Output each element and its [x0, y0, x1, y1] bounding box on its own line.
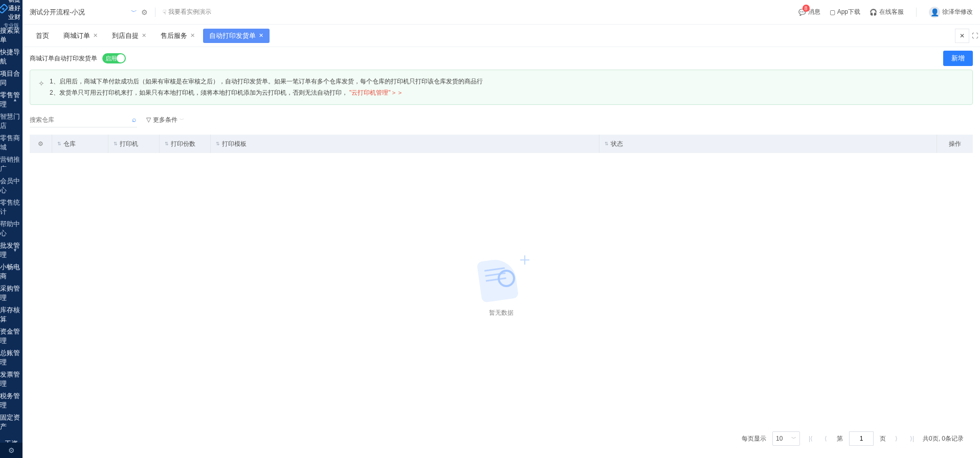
user-menu[interactable]: 👤 徐泽华修改: [929, 7, 973, 18]
sidebar-item-label: 资金管理: [0, 327, 23, 345]
sidebar-item-19[interactable]: 工资: [0, 433, 23, 443]
col-count[interactable]: ⇅打印份数: [160, 135, 211, 153]
add-button[interactable]: 新增: [943, 51, 973, 66]
tab-label: 自动打印发货单: [209, 31, 256, 40]
per-page-label: 每页显示: [742, 434, 766, 443]
phone-icon: ▢: [830, 9, 835, 16]
close-icon[interactable]: ✕: [259, 32, 263, 39]
sidebar-item-12[interactable]: 采购管理: [0, 282, 23, 304]
demo-link[interactable]: ☟ 我要看实例演示: [163, 8, 211, 16]
page-number-input[interactable]: [849, 431, 874, 446]
sidebar-item-0[interactable]: 搜索菜单: [0, 25, 23, 46]
close-icon[interactable]: ✕: [93, 32, 98, 39]
sidebar-item-5[interactable]: 零售商城: [0, 132, 23, 154]
col-status[interactable]: ⇅状态: [599, 135, 937, 153]
hand-icon: ☟: [163, 9, 166, 16]
messages-button[interactable]: 💬 消息 8: [798, 8, 820, 16]
sidebar: ✦ 畅捷通好业财 专业版 搜索菜单快捷导航项目合同零售管理▲智慧门店零售商城营销…: [0, 0, 23, 458]
close-icon[interactable]: ✕: [142, 32, 146, 39]
sidebar-item-label: 会员中心: [0, 177, 23, 195]
cs-label: 在线客服: [879, 8, 904, 16]
headset-icon: 🎧: [870, 9, 877, 16]
sidebar-item-3[interactable]: 零售管理▲: [0, 89, 23, 111]
sidebar-item-10[interactable]: 批发管理▼: [0, 239, 23, 261]
col-template[interactable]: ⇅打印模板: [211, 135, 599, 153]
empty-illustration: [473, 255, 529, 301]
page-prefix: 第: [837, 434, 843, 443]
customer-service-button[interactable]: 🎧 在线客服: [870, 8, 904, 16]
search-icon[interactable]: ⌕: [132, 115, 136, 123]
prev-page-button[interactable]: ⟨: [821, 434, 831, 443]
sidebar-item-label: 小畅电商: [0, 263, 23, 281]
chevron-down-icon: ﹀: [131, 8, 137, 16]
col-warehouse[interactable]: ⇅仓库: [52, 135, 108, 153]
close-all-tabs-button[interactable]: ✕: [955, 29, 969, 43]
app-download-button[interactable]: ▢ App下载: [830, 8, 860, 16]
table-header: ⚙ ⇅仓库 ⇅打印机 ⇅打印份数 ⇅打印模板 ⇅状态 操作: [30, 135, 973, 153]
next-page-button[interactable]: ⟩: [892, 434, 901, 443]
topbar: 测试分开流程-小况 ﹀ ⚙ ☟ 我要看实例演示 💬 消息 8 ▢ App下载: [23, 0, 980, 25]
main: 测试分开流程-小况 ﹀ ⚙ ☟ 我要看实例演示 💬 消息 8 ▢ App下载: [23, 0, 980, 458]
actionbar: 商城订单自动打印发货单 启用 新增: [23, 47, 980, 70]
tab-0[interactable]: 首页: [30, 29, 55, 43]
page-suffix: 页: [880, 434, 886, 443]
arrow-icon: ▼: [13, 248, 17, 253]
tab-label: 到店自提: [112, 31, 139, 40]
sidebar-item-label: 批发管理: [0, 241, 23, 259]
sidebar-item-17[interactable]: 税务管理: [0, 390, 23, 411]
sidebar-item-9[interactable]: 帮助中心: [0, 218, 23, 239]
sidebar-item-7[interactable]: 会员中心: [0, 175, 23, 197]
sidebar-item-16[interactable]: 发票管理: [0, 368, 23, 390]
sort-icon: ⇅: [57, 141, 61, 146]
col-operation: 操作: [937, 135, 973, 153]
fullscreen-button[interactable]: ⛶: [970, 25, 980, 47]
sidebar-item-label: 搜索菜单: [0, 26, 23, 45]
pager-summary: 共0页, 0条记录: [923, 434, 964, 443]
enable-switch[interactable]: 启用: [102, 53, 126, 63]
more-filters-label: 更多条件: [153, 116, 177, 124]
sidebar-item-14[interactable]: 资金管理: [0, 325, 23, 347]
sidebar-item-18[interactable]: 固定资产: [0, 411, 23, 433]
table-settings-button[interactable]: ⚙: [30, 135, 52, 153]
sidebar-settings-button[interactable]: ⚙: [0, 443, 23, 458]
col-printer[interactable]: ⇅打印机: [108, 135, 160, 153]
tab-4[interactable]: 自动打印发货单✕: [203, 29, 270, 43]
lightbulb-icon: ✧: [38, 77, 44, 98]
filters: ⌕ ▽ 更多条件 ﹀: [30, 112, 973, 127]
cloud-printer-link[interactable]: "云打印机管理"＞＞: [349, 89, 403, 96]
sidebar-item-label: 零售商城: [0, 134, 23, 152]
page-size-select[interactable]: 10 ﹀: [772, 431, 800, 446]
chevron-down-icon: ﹀: [791, 435, 796, 442]
sidebar-item-label: 零售统计: [0, 198, 23, 216]
warehouse-search-input[interactable]: [30, 112, 137, 127]
user-name: 徐泽华修改: [942, 8, 973, 16]
close-icon[interactable]: ✕: [190, 32, 195, 39]
table: ⚙ ⇅仓库 ⇅打印机 ⇅打印份数 ⇅打印模板 ⇅状态 操作 暂无数据: [30, 135, 973, 419]
tip-line-1: 1、启用后，商城下单付款成功后（如果有审核是在审核之后），自动打印发货单。如果一…: [50, 76, 483, 88]
tab-1[interactable]: 商城订单✕: [57, 29, 104, 43]
tab-label: 售后服务: [161, 31, 187, 40]
messages-label: 消息: [808, 8, 820, 16]
sidebar-item-6[interactable]: 营销推广: [0, 154, 23, 175]
sidebar-item-15[interactable]: 总账管理: [0, 347, 23, 368]
first-page-button[interactable]: |⟨: [806, 434, 815, 443]
sidebar-item-1[interactable]: 快捷导航: [0, 46, 23, 68]
sidebar-item-2[interactable]: 项目合同: [0, 68, 23, 89]
sidebar-item-4[interactable]: 智慧门店: [0, 111, 23, 132]
breadcrumb[interactable]: 测试分开流程-小况 ﹀: [30, 8, 137, 17]
more-filters-button[interactable]: ▽ 更多条件 ﹀: [146, 116, 184, 124]
content: ✧ 1、启用后，商城下单付款成功后（如果有审核是在审核之后），自动打印发货单。如…: [23, 70, 980, 458]
brand-icon: ✦: [0, 3, 9, 14]
sidebar-item-8[interactable]: 零售统计: [0, 197, 23, 218]
divider: [155, 8, 155, 17]
tabs: 首页商城订单✕到店自提✕售后服务✕自动打印发货单✕ ✕ ⛶: [23, 25, 980, 47]
tab-3[interactable]: 售后服务✕: [154, 29, 201, 43]
tab-2[interactable]: 到店自提✕: [106, 29, 152, 43]
page-size-value: 10: [776, 435, 783, 442]
last-page-button[interactable]: ⟩|: [907, 434, 917, 443]
messages-badge: 8: [803, 5, 810, 12]
sidebar-item-11[interactable]: 小畅电商: [0, 261, 23, 282]
breadcrumb-gear-icon[interactable]: ⚙: [141, 8, 148, 16]
empty-state: 暂无数据: [30, 153, 973, 419]
sidebar-item-13[interactable]: 库存核算: [0, 304, 23, 325]
